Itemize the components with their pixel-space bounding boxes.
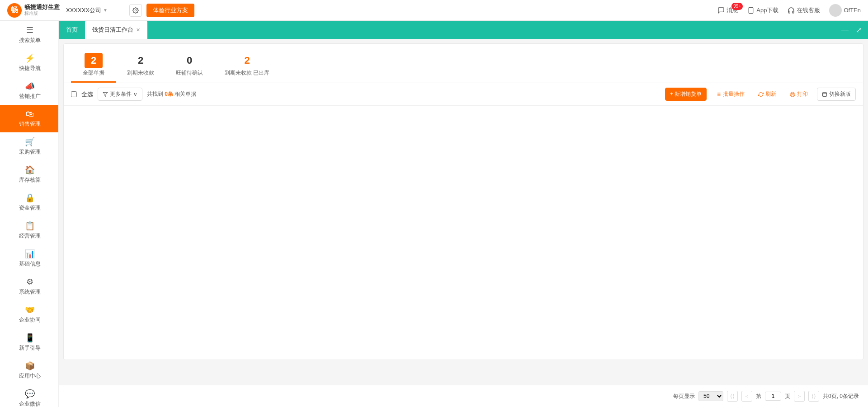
logo-subtitle: 标准版 (24, 10, 60, 17)
sidebar-label-basic-info: 基础信息 (19, 260, 41, 268)
per-page-select[interactable]: 50 100 200 (698, 391, 723, 401)
refresh-label: 刷新 (765, 90, 776, 98)
purchase-icon: 🛒 (25, 137, 35, 147)
stat-count-overdue: 2 (132, 53, 150, 68)
page-next-button[interactable]: ＞ (794, 391, 805, 402)
batch-operation-button[interactable]: 批量操作 (711, 88, 749, 100)
sidebar-item-system[interactable]: ⚙ 系统管理 (0, 272, 58, 300)
company-selector[interactable]: XXXXXX公司 ▼ (66, 6, 129, 14)
tabs-bar: 首页 钱货日清工作台 ✕ — ⤢ (59, 21, 868, 39)
sidebar-label-marketing: 营销推广 (19, 93, 41, 100)
app-download-button[interactable]: App下载 (747, 6, 778, 14)
sidebar-item-finance[interactable]: 🔒 资金管理 (0, 188, 58, 216)
select-all-checkbox[interactable] (71, 91, 77, 97)
message-button[interactable]: 消息 99+ (717, 6, 738, 14)
wechat-icon: 💬 (25, 389, 35, 399)
svg-rect-10 (791, 95, 794, 97)
switch-version-button[interactable]: 切换新版 (817, 88, 856, 101)
online-service-button[interactable]: 在线客服 (788, 6, 820, 14)
sidebar-label-finance: 资金管理 (19, 204, 41, 212)
stat-tab-wangwang[interactable]: 0 旺辅待确认 (165, 49, 214, 83)
stat-count-all: 2 (85, 53, 103, 68)
stat-tab-overdue-out[interactable]: 2 到期未收款 已出库 (214, 49, 280, 83)
sidebar-item-sales[interactable]: 🛍 销售管理 (0, 105, 58, 132)
toolbar: 全选 更多条件 ∨ 共找到 0条 相关单据 (64, 83, 863, 106)
sidebar-label-purchase: 采购管理 (19, 148, 41, 156)
filter-button[interactable]: 更多条件 ∨ (98, 88, 142, 101)
sidebar-label-quick-nav: 快捷导航 (19, 65, 41, 72)
sidebar-label-inventory: 库存核算 (19, 176, 41, 184)
sidebar-item-inventory[interactable]: 🏠 库存核算 (0, 160, 58, 188)
basic-info-icon: 📊 (25, 249, 35, 259)
stat-label-wangwang: 旺辅待确认 (176, 69, 203, 77)
total-info: 共0页, 0条记录 (823, 393, 859, 400)
tab-maximize-icon[interactable]: ⤢ (854, 26, 863, 34)
sidebar-label-cooperation: 企业协同 (19, 316, 41, 324)
tab-minimize-icon[interactable]: — (840, 26, 850, 34)
avatar-image (829, 4, 842, 17)
filter-arrow-icon: ∨ (133, 91, 137, 98)
content-inner: 2 全部单据 2 到期未收款 0 旺辅待确认 2 到期未收款 已出库 (63, 43, 863, 360)
sales-icon: 🛍 (26, 109, 34, 119)
user-avatar[interactable]: OfTEn (829, 4, 861, 17)
batch-operation-label: 批量操作 (723, 90, 745, 98)
marketing-icon: 📣 (25, 81, 35, 91)
inventory-icon: 🏠 (25, 165, 35, 175)
system-icon: ⚙ (26, 277, 33, 287)
refresh-button[interactable]: 刷新 (754, 88, 781, 100)
found-text: 共找到 0条 相关单据 (147, 90, 196, 98)
sidebar-item-search-menu[interactable]: ☰ 搜索菜单 (0, 21, 58, 49)
stat-label-all: 全部单据 (83, 69, 104, 77)
tab-home[interactable]: 首页 (59, 21, 85, 39)
found-count: 0条 (165, 91, 173, 97)
company-name: XXXXXX公司 (66, 6, 101, 14)
experience-button[interactable]: 体验行业方案 (146, 4, 194, 17)
sidebar-item-wechat[interactable]: 💬 企业微信 (0, 384, 58, 407)
company-dropdown-icon: ▼ (103, 8, 108, 13)
logo-text: 畅捷通好生意 标准版 (24, 4, 60, 17)
settings-button[interactable] (129, 4, 142, 17)
sidebar-label-operation: 经营管理 (19, 232, 41, 240)
app-download-label: App下载 (756, 6, 778, 14)
tabs-bar-right: — ⤢ (840, 26, 868, 34)
found-suffix: 相关单据 (175, 91, 196, 97)
add-sales-button[interactable]: + 新增销货单 (665, 88, 707, 101)
filter-label: 更多条件 (110, 90, 132, 98)
sidebar-label-system: 系统管理 (19, 288, 41, 296)
sidebar-item-marketing[interactable]: 📣 营销推广 (0, 77, 58, 105)
sidebar-item-guide[interactable]: 📱 新手引导 (0, 328, 58, 356)
online-service-label: 在线客服 (797, 6, 820, 14)
svg-rect-11 (823, 92, 827, 96)
stat-tab-overdue[interactable]: 2 到期未收款 (116, 49, 165, 83)
stat-tab-all[interactable]: 2 全部单据 (71, 49, 116, 83)
page-last-button[interactable]: ⟩⟩ (808, 391, 819, 402)
page-input[interactable] (765, 392, 781, 401)
tab-close-icon[interactable]: ✕ (136, 27, 140, 33)
stat-count-wangwang: 0 (180, 53, 198, 68)
cooperation-icon: 🤝 (25, 305, 35, 315)
sidebar-item-basic-info[interactable]: 📊 基础信息 (0, 244, 58, 272)
toolbar-left: 全选 更多条件 ∨ 共找到 0条 相关单据 (71, 88, 660, 101)
app-center-icon: 📦 (25, 361, 35, 371)
page-first-button[interactable]: ⟨⟨ (727, 391, 738, 402)
per-page-label: 每页显示 (673, 393, 695, 400)
sidebar-item-purchase[interactable]: 🛒 采购管理 (0, 132, 58, 160)
sidebar-item-operation[interactable]: 📋 经营管理 (0, 216, 58, 244)
topbar-right: 消息 99+ App下载 在线客服 OfTEn (717, 4, 861, 17)
sidebar: ☰ 搜索菜单 ⚡ 快捷导航 📣 营销推广 🛍 销售管理 🛒 采购管理 🏠 库存核… (0, 21, 59, 407)
page-prev-button[interactable]: ＜ (741, 391, 752, 402)
tab-workbench[interactable]: 钱货日清工作台 ✕ (85, 21, 147, 39)
stat-label-overdue-out: 到期未收款 已出库 (225, 69, 269, 77)
svg-point-0 (135, 9, 137, 11)
sidebar-item-app-center[interactable]: 📦 应用中心 (0, 356, 58, 384)
sidebar-item-cooperation[interactable]: 🤝 企业协同 (0, 300, 58, 328)
finance-icon: 🔒 (25, 193, 35, 203)
sidebar-label-guide: 新手引导 (19, 344, 41, 352)
sidebar-label-search-menu: 搜索菜单 (19, 37, 41, 44)
logo-icon: 畅 (7, 3, 22, 18)
svg-rect-1 (749, 7, 753, 13)
message-badge: 99+ (731, 3, 743, 10)
print-button[interactable]: 打印 (785, 88, 812, 100)
sidebar-item-quick-nav[interactable]: ⚡ 快捷导航 (0, 49, 58, 77)
toolbar-right: + 新增销货单 批量操作 (665, 88, 856, 101)
